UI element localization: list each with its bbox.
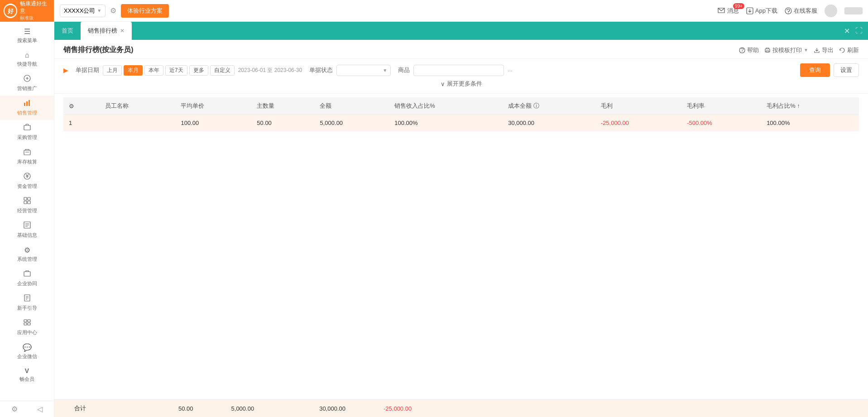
refresh-button[interactable]: 刷新 [839, 46, 859, 54]
svg-rect-19 [24, 272, 30, 276]
col-qty[interactable]: 主数量 [251, 97, 314, 115]
col-avg-price[interactable]: 平均单价 [175, 97, 251, 115]
sidebar-item-member[interactable]: V 畅会员 [0, 364, 54, 386]
company-selector[interactable]: XXXXX公司 ▼ [60, 5, 106, 17]
col-name[interactable]: 员工名称 [100, 97, 176, 115]
col-amount-label: 全额 [320, 102, 331, 109]
sidebar-item-purchase-label: 采购管理 [17, 134, 37, 141]
sidebar-item-base[interactable]: 基础信息 [0, 218, 54, 242]
enterprise-icon [24, 270, 31, 279]
date-btn-current-year[interactable]: 本年 [144, 65, 163, 76]
app-download-button[interactable]: App下载 [746, 7, 777, 15]
apps-icon [24, 319, 31, 328]
sidebar-item-shortcut[interactable]: ⌂ 快捷导航 [0, 48, 54, 71]
company-dropdown-arrow: ▼ [97, 8, 101, 13]
status-select-wrapper [336, 65, 391, 76]
sidebar-item-marketing-label: 营销推广 [17, 85, 37, 92]
export-button[interactable]: 导出 [814, 46, 834, 54]
sidebar-item-apps-label: 应用中心 [17, 329, 37, 336]
sidebar-item-wechat[interactable]: 💬 企业微信 [0, 340, 54, 364]
col-sales-pct[interactable]: 销售收入占比% [389, 97, 503, 115]
table-body: 1 100.00 50.00 5,000.00 [63, 115, 859, 131]
top-bar: XXXXX公司 ▼ ⚙ 体验行业方案 消息 99+ App下载 [54, 0, 868, 22]
sidebar-item-search[interactable]: ☰ 搜索菜单 [0, 24, 54, 48]
footer-cost: 30,000.00 [314, 405, 351, 412]
user-avatar[interactable] [825, 5, 837, 17]
footer-settings-icon[interactable]: ⚙ [11, 405, 18, 413]
sidebar-header: 好 畅康通好生意 标准版 [0, 0, 54, 22]
topbar-settings-icon[interactable]: ⚙ [110, 6, 116, 15]
svg-rect-26 [24, 323, 27, 325]
help-button[interactable]: ? 帮助 [739, 46, 759, 54]
tab-close-icon[interactable]: ✕ [120, 28, 125, 34]
user-name-placeholder[interactable] [844, 7, 863, 14]
col-amount[interactable]: 全额 [314, 97, 389, 115]
query-button[interactable]: 查询 [800, 63, 830, 77]
cell-gross-rate: -500.00% [681, 115, 761, 131]
tab-home[interactable]: 首页 [54, 22, 81, 40]
sidebar-item-purchase[interactable]: 采购管理 [0, 120, 54, 144]
footer-collapse-icon[interactable]: ◁ [37, 405, 43, 413]
cell-gross: -25,000.00 [595, 115, 681, 131]
sidebar-title-block: 畅康通好生意 标准版 [20, 0, 50, 21]
sidebar-item-guide[interactable]: 新手引导 [0, 291, 54, 315]
sidebar-logo: 好 [4, 4, 17, 18]
tab-sales-ranking[interactable]: 销售排行榜 ✕ [81, 22, 132, 40]
col-gross-rate[interactable]: 毛利率 [681, 97, 761, 115]
base-icon [24, 221, 31, 230]
sidebar-item-sales-label: 销售管理 [17, 110, 37, 116]
expand-row: ∨ 展开更多条件 [63, 77, 859, 89]
export-label: 导出 [822, 46, 834, 54]
help-label: 帮助 [747, 46, 759, 54]
print-dropdown-arrow: ▼ [804, 48, 808, 53]
operations-icon [24, 197, 31, 206]
sidebar-item-inventory-label: 库存核算 [17, 158, 37, 165]
filter-row: ▶ 单据日期 上月 本月 本年 近7天 更多 自定义 2023-06-01 至 … [63, 63, 859, 77]
svg-rect-11 [24, 197, 27, 200]
message-button[interactable]: 消息 99+ [717, 7, 739, 15]
sidebar-item-apps[interactable]: 应用中心 [0, 315, 54, 340]
inventory-icon [24, 148, 31, 157]
date-btn-7days[interactable]: 近7天 [165, 65, 187, 76]
sidebar-item-sales[interactable]: 销售管理 [0, 96, 54, 120]
col-cost[interactable]: 成本全额 ⓘ [503, 97, 595, 115]
col-gross[interactable]: 毛利 [595, 97, 681, 115]
sidebar-item-inventory[interactable]: 库存核算 [0, 144, 54, 169]
sidebar-item-system[interactable]: ⚙ 系统管理 [0, 242, 54, 266]
svg-rect-4 [26, 101, 28, 106]
company-name: XXXXX公司 [64, 7, 95, 15]
sidebar-item-guide-label: 新手引导 [17, 305, 37, 312]
sidebar-item-enterprise[interactable]: 企业协同 [0, 266, 54, 291]
expand-conditions-button[interactable]: ∨ 展开更多条件 [441, 80, 482, 88]
online-service-button[interactable]: 在线客服 [785, 7, 817, 15]
tab-close-all-icon[interactable]: ✕ [844, 27, 850, 35]
date-btn-current-month[interactable]: 本月 [124, 65, 143, 76]
svg-rect-6 [24, 125, 30, 130]
wechat-icon: 💬 [23, 343, 32, 352]
date-btn-last-month[interactable]: 上月 [103, 65, 122, 76]
col-gross-pct[interactable]: 毛利占比% ↑ [761, 97, 859, 115]
sidebar-item-marketing[interactable]: 营销推广 [0, 71, 54, 96]
col-index[interactable]: ⚙ [63, 97, 100, 115]
svg-rect-27 [28, 323, 30, 325]
svg-text:¥: ¥ [25, 173, 29, 179]
filter-expand-toggle[interactable]: ▶ [63, 67, 68, 74]
sidebar-nav: ☰ 搜索菜单 ⌂ 快捷导航 营销推广 销售 [0, 22, 54, 401]
sidebar-item-operations[interactable]: 经营管理 [0, 193, 54, 218]
date-btn-custom[interactable]: 自定义 [210, 65, 235, 76]
filter-actions: 查询 设置 [800, 63, 859, 77]
filter-more-icon[interactable]: ··· [508, 67, 513, 74]
status-select[interactable] [336, 65, 391, 76]
filter-bar: ▶ 单据日期 上月 本月 本年 近7天 更多 自定义 2023-06-01 至 … [54, 59, 868, 94]
settings-button[interactable]: 设置 [834, 63, 859, 77]
sidebar-item-wechat-label: 企业微信 [17, 353, 37, 360]
tab-fullscreen-icon[interactable]: ⛶ [855, 27, 863, 35]
date-filter-label: 单据日期 [76, 66, 99, 74]
print-button[interactable]: 按模板打印 ▼ [764, 46, 808, 54]
date-buttons: 上月 本月 本年 近7天 更多 自定义 [103, 65, 235, 76]
topbar-right: 消息 99+ App下载 在线客服 [717, 5, 863, 17]
sidebar-item-finance[interactable]: ¥ 资金管理 [0, 169, 54, 193]
date-btn-more[interactable]: 更多 [189, 65, 208, 76]
trial-button[interactable]: 体验行业方案 [121, 4, 169, 18]
goods-input[interactable] [413, 65, 504, 76]
